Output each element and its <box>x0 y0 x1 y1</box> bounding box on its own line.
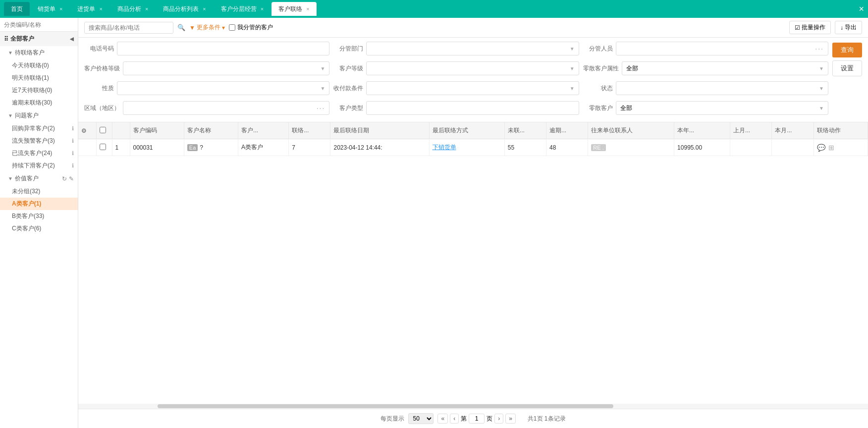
sidebar-item-a-class[interactable]: A类客户(1) <box>0 198 78 210</box>
region-select[interactable]: ··· <box>123 101 329 115</box>
col-this-year[interactable]: 本年... <box>674 122 730 139</box>
export-button[interactable]: ↓ 导出 <box>835 21 862 34</box>
phone-input[interactable] <box>117 42 329 55</box>
scrollbar-thumb[interactable] <box>158 404 613 408</box>
sidebar-item-churn-warning[interactable]: 流失预警客户(3) ℹ <box>0 135 78 147</box>
tab-sales-close[interactable]: × <box>59 6 62 12</box>
dept-select[interactable]: ▼ <box>366 42 579 55</box>
next-page-button[interactable]: › <box>494 414 503 424</box>
query-button[interactable]: 查询 <box>832 43 862 57</box>
col-settings[interactable]: ⚙ <box>78 122 96 139</box>
col-overdue[interactable]: 逾期... <box>546 122 588 139</box>
select-all-checkbox[interactable] <box>100 127 106 133</box>
sidebar-value-group[interactable]: ▼ 价值客户 ↻ ✎ <box>0 172 78 185</box>
sidebar-item-7days[interactable]: 近7天待联络(0) <box>0 84 78 97</box>
sidebar-item-declining[interactable]: 持续下滑客户(2) ℹ <box>0 160 78 172</box>
batch-button[interactable]: ☑ 批量操作 <box>789 21 831 34</box>
chat-icon[interactable]: 💬 <box>817 144 825 152</box>
grid-icon[interactable]: ⊞ <box>828 144 834 152</box>
tab-goods-list[interactable]: 商品分析列表 × <box>156 2 213 16</box>
tab-goods-analysis[interactable]: 商品分析 × <box>110 2 155 16</box>
more-filters-label: 更多条件 <box>197 23 220 32</box>
price-grade-select[interactable]: ▼ <box>123 61 329 75</box>
tab-purchase[interactable]: 进货单 × <box>70 2 109 16</box>
horizontal-scrollbar[interactable] <box>78 404 868 409</box>
tab-sales[interactable]: 销货单 × <box>31 2 69 16</box>
sidebar-item-tomorrow[interactable]: 明天待联络(1) <box>0 72 78 84</box>
col-code[interactable]: 客户编码 <box>130 122 184 139</box>
customer-grade-select[interactable]: ▼ <box>366 61 579 75</box>
row-name-cell[interactable]: Ea? <box>184 139 238 156</box>
close-all-button[interactable]: × <box>859 4 864 14</box>
sidebar-pending-group[interactable]: ▼ 待联络客户 <box>0 46 78 59</box>
retail-attr-select[interactable]: 全部 ▼ <box>622 61 828 75</box>
sidebar-problem-group[interactable]: ▼ 问题客户 <box>0 109 78 122</box>
row-last-method[interactable]: 下销货单 <box>433 144 456 151</box>
region-dots-icon: ··· <box>317 104 326 112</box>
tab-purchase-close[interactable]: × <box>99 6 102 12</box>
my-customers-checkbox-container[interactable]: 我分管的客户 <box>229 23 273 32</box>
settings-button[interactable]: 设置 <box>832 60 862 76</box>
search-icon: 🔍 <box>177 24 185 31</box>
row-name-avatar: Ea <box>187 144 198 151</box>
tab-customer-contact-close[interactable]: × <box>306 6 309 12</box>
col-action: 联络动作 <box>814 122 868 139</box>
row-checkbox[interactable] <box>100 144 106 150</box>
col-overdue-label: 逾期... <box>549 127 566 134</box>
tab-customer-tier-close[interactable]: × <box>261 6 264 12</box>
col-type[interactable]: 客户... <box>238 122 289 139</box>
col-unit-contact[interactable]: 往来单位联系人 <box>588 122 674 139</box>
sidebar-item-churned[interactable]: 已流失客户(24) ℹ <box>0 147 78 160</box>
col-action-label: 联络动作 <box>817 127 841 134</box>
tab-home[interactable]: 首页 <box>4 2 30 16</box>
value-refresh-icon[interactable]: ↻ <box>62 175 67 182</box>
customer-grade-field: 客户等级 ▼ <box>333 61 579 75</box>
retail-customer-value: 全部 <box>620 104 632 112</box>
page-size-select[interactable]: 50 10 20 100 <box>408 413 434 424</box>
tab-goods-analysis-close[interactable]: × <box>145 6 148 12</box>
sidebar-search-input[interactable] <box>4 21 78 28</box>
export-icon: ↓ <box>840 24 843 31</box>
sidebar-all-customers-label: 全部客户 <box>10 35 34 43</box>
search-input[interactable] <box>84 22 173 34</box>
status-select[interactable]: ▼ <box>616 81 828 95</box>
sidebar-item-c-class[interactable]: C类客户(6) <box>0 222 78 235</box>
sidebar-item-ungrouped[interactable]: 未分组(32) <box>0 185 78 198</box>
sidebar-item-today[interactable]: 今天待联络(0) <box>0 59 78 72</box>
col-this-month[interactable]: 本月... <box>772 122 814 139</box>
col-last-method[interactable]: 最后联络方式 <box>429 122 504 139</box>
col-last-month[interactable]: 上月... <box>730 122 772 139</box>
prev-page-button[interactable]: ‹ <box>450 414 459 424</box>
first-page-button[interactable]: « <box>437 414 448 424</box>
more-filters-button[interactable]: ▼ 更多条件 ▾ <box>189 23 225 32</box>
sidebar-item-b-class[interactable]: B类客户(33) <box>0 210 78 222</box>
churn-warning-info-icon: ℹ <box>72 138 74 144</box>
manager-select[interactable]: ··· <box>616 42 828 55</box>
row-contact: 7 <box>292 144 295 151</box>
last-page-button[interactable]: » <box>505 414 516 424</box>
row-last-date-cell: 2023-04-12 14:44: <box>330 139 429 156</box>
retail-customer-arrow-icon: ▼ <box>819 106 824 111</box>
sidebar-item-overdue[interactable]: 逾期未联络(30) <box>0 97 78 109</box>
dept-arrow-icon: ▼ <box>570 46 575 52</box>
value-edit-icon[interactable]: ✎ <box>69 175 74 182</box>
nature-select[interactable]: ▼ <box>117 81 329 95</box>
col-contact[interactable]: 联络... <box>289 122 330 139</box>
retail-customer-select[interactable]: 全部 ▼ <box>616 101 828 115</box>
filter-row-2: 客户价格等级 ▼ 客户等级 ▼ <box>84 61 828 75</box>
col-no-contact[interactable]: 未联... <box>504 122 546 139</box>
sidebar-all-customers[interactable]: ⠿ 全部客户 ◀ <box>0 32 78 46</box>
my-customers-checkbox[interactable] <box>229 24 235 31</box>
row-this-year-cell: 10995.00 <box>674 139 730 156</box>
col-name[interactable]: 客户名称 <box>184 122 238 139</box>
tab-customer-contact[interactable]: 客户联络 × <box>271 2 316 16</box>
page-number-input[interactable] <box>469 414 485 424</box>
sidebar-item-repurchase[interactable]: 回购异常客户(2) ℹ <box>0 122 78 135</box>
col-last-date[interactable]: 最后联络日期 <box>330 122 429 139</box>
tab-customer-tier[interactable]: 客户分层经营 × <box>214 2 271 16</box>
value-arrow-icon: ▼ <box>8 176 13 181</box>
tab-goods-list-close[interactable]: × <box>203 6 206 12</box>
customer-type-input[interactable] <box>366 101 579 115</box>
payment-select[interactable]: ▼ <box>366 81 579 95</box>
top-nav: 首页 销货单 × 进货单 × 商品分析 × 商品分析列表 × 客户分层经营 × … <box>0 0 868 18</box>
